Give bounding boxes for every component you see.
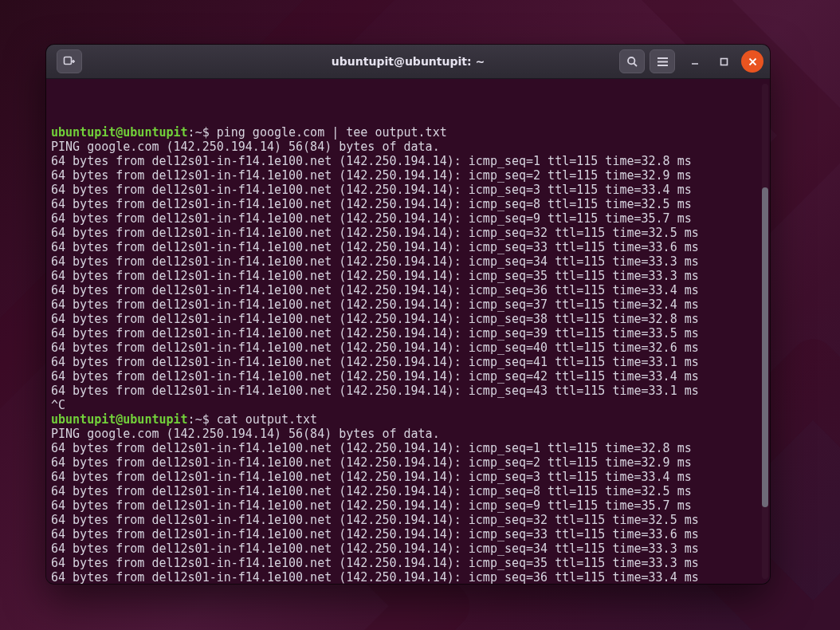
terminal-line: 64 bytes from del12s01-in-f14.1e100.net … xyxy=(51,556,765,570)
terminal-line: 64 bytes from del12s01-in-f14.1e100.net … xyxy=(51,154,765,168)
scrollbar[interactable] xyxy=(762,84,768,579)
search-icon xyxy=(626,56,638,68)
terminal-line: 64 bytes from del12s01-in-f14.1e100.net … xyxy=(51,326,765,341)
terminal-line: PING google.com (142.250.194.14) 56(84) … xyxy=(51,427,765,441)
terminal-line: PING google.com (142.250.194.14) 56(84) … xyxy=(51,140,765,154)
new-tab-button[interactable] xyxy=(57,49,82,73)
menu-icon xyxy=(657,57,669,67)
terminal-line: ubuntupit@ubuntupit:~$ cat output.txt xyxy=(51,412,765,427)
terminal-line: 64 bytes from del12s01-in-f14.1e100.net … xyxy=(51,312,765,326)
terminal-line: 64 bytes from del12s01-in-f14.1e100.net … xyxy=(51,455,765,470)
terminal-line: 64 bytes from del12s01-in-f14.1e100.net … xyxy=(51,484,765,498)
terminal-line: 64 bytes from del12s01-in-f14.1e100.net … xyxy=(51,269,765,283)
close-icon xyxy=(748,57,757,66)
titlebar: ubuntupit@ubuntupit: ~ xyxy=(46,45,770,79)
terminal-line: 64 bytes from del12s01-in-f14.1e100.net … xyxy=(51,441,765,455)
search-button[interactable] xyxy=(619,49,645,73)
svg-rect-9 xyxy=(720,58,727,65)
terminal-line: 64 bytes from del12s01-in-f14.1e100.net … xyxy=(51,240,765,254)
terminal-line: 64 bytes from del12s01-in-f14.1e100.net … xyxy=(51,211,765,226)
minimize-icon xyxy=(690,57,700,66)
terminal-output[interactable]: ubuntupit@ubuntupit:~$ ping google.com |… xyxy=(46,79,770,584)
maximize-icon xyxy=(720,57,728,66)
terminal-line: 64 bytes from del12s01-in-f14.1e100.net … xyxy=(51,183,765,197)
terminal-line: ubuntupit@ubuntupit:~$ ping google.com |… xyxy=(51,125,765,140)
terminal-line: 64 bytes from del12s01-in-f14.1e100.net … xyxy=(51,355,765,369)
terminal-line: 64 bytes from del12s01-in-f14.1e100.net … xyxy=(51,168,765,183)
svg-line-4 xyxy=(634,63,637,66)
terminal-line: 64 bytes from del12s01-in-f14.1e100.net … xyxy=(51,197,765,211)
close-button[interactable] xyxy=(741,50,763,73)
scrollbar-thumb[interactable] xyxy=(762,187,768,507)
menu-button[interactable] xyxy=(650,49,675,73)
terminal-line: 64 bytes from del12s01-in-f14.1e100.net … xyxy=(51,470,765,484)
terminal-line: 64 bytes from del12s01-in-f14.1e100.net … xyxy=(51,369,765,384)
terminal-line: 64 bytes from del12s01-in-f14.1e100.net … xyxy=(51,341,765,355)
maximize-button[interactable] xyxy=(712,50,735,73)
terminal-line: 64 bytes from del12s01-in-f14.1e100.net … xyxy=(51,283,765,297)
terminal-line: 64 bytes from del12s01-in-f14.1e100.net … xyxy=(51,498,765,513)
new-tab-icon xyxy=(63,56,76,67)
terminal-line: 64 bytes from del12s01-in-f14.1e100.net … xyxy=(51,527,765,541)
terminal-line: 64 bytes from del12s01-in-f14.1e100.net … xyxy=(51,226,765,240)
svg-rect-0 xyxy=(65,57,72,65)
terminal-line: 64 bytes from del12s01-in-f14.1e100.net … xyxy=(51,384,765,398)
terminal-line: 64 bytes from del12s01-in-f14.1e100.net … xyxy=(51,570,765,584)
svg-point-3 xyxy=(628,57,634,64)
terminal-line: 64 bytes from del12s01-in-f14.1e100.net … xyxy=(51,297,765,312)
terminal-line: 64 bytes from del12s01-in-f14.1e100.net … xyxy=(51,513,765,527)
terminal-line: 64 bytes from del12s01-in-f14.1e100.net … xyxy=(51,254,765,269)
terminal-line: 64 bytes from del12s01-in-f14.1e100.net … xyxy=(51,541,765,556)
terminal-line: ^C xyxy=(51,398,765,412)
minimize-button[interactable] xyxy=(684,50,706,73)
terminal-window: ubuntupit@ubuntupit: ~ xyxy=(46,45,770,584)
